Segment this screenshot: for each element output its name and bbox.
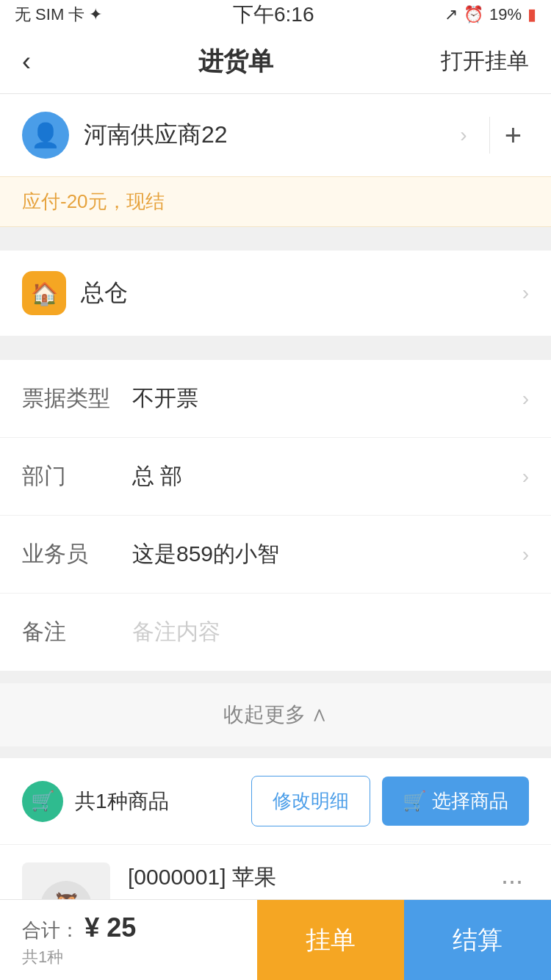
salesperson-label: 业务员: [22, 539, 118, 569]
spacer3: [0, 746, 551, 758]
product-more-button[interactable]: ···: [495, 862, 529, 899]
total-sub: 共1种: [22, 946, 235, 968]
battery-icon: ▮: [527, 5, 536, 24]
salesperson-row[interactable]: 业务员 这是859的小智 ›: [0, 516, 551, 594]
supplier-divider: [489, 117, 490, 154]
sim-status: 无 SIM 卡 ✦: [15, 4, 102, 26]
supplier-card: 👤 河南供应商22 › + 应付-20元，现结: [0, 94, 551, 227]
spacer2: [0, 348, 551, 360]
home-icon: 🏠: [31, 281, 58, 306]
open-hang-button[interactable]: 打开挂单: [441, 46, 529, 76]
warehouse-card: 🏠 总仓 ›: [0, 251, 551, 336]
product-count: 共1种商品: [75, 788, 251, 815]
collapse-text: 收起更多 ∧: [223, 701, 328, 729]
bottom-bar: 合计： ¥ 25 共1种 挂单 结算: [0, 899, 551, 980]
department-value: 总 部: [132, 461, 522, 491]
warehouse-chevron-icon: ›: [522, 281, 529, 305]
warehouse-name: 总仓: [81, 277, 522, 309]
product-section-icon: 🛒: [22, 781, 63, 822]
nav-bar: ‹ 进货单 打开挂单: [0, 29, 551, 94]
alarm-icon: ⏰: [464, 5, 483, 24]
ticket-type-value: 不开票: [132, 383, 522, 414]
back-button[interactable]: ‹: [22, 46, 31, 77]
remark-input[interactable]: 备注内容: [132, 617, 529, 647]
warehouse-icon: 🏠: [22, 271, 66, 315]
form-card: 票据类型 不开票 › 部门 总 部 › 业务员 这是859的小智 › 备注 备注…: [0, 360, 551, 671]
edit-detail-button[interactable]: 修改明细: [251, 776, 370, 826]
department-row[interactable]: 部门 总 部 ›: [0, 438, 551, 516]
spacer: [0, 239, 551, 251]
location-icon: ↗: [444, 5, 458, 24]
status-bar: 无 SIM 卡 ✦ 下午6:16 ↗ ⏰ 19% ▮: [0, 0, 551, 29]
status-bar-left: 无 SIM 卡 ✦: [15, 4, 102, 26]
bottom-total: 合计： ¥ 25 共1种: [0, 912, 257, 968]
total-amount: ¥ 25: [84, 912, 136, 943]
product-name: [0000001] 苹果: [128, 862, 495, 893]
select-cart-icon: 🛒: [403, 790, 426, 813]
select-product-button[interactable]: 🛒 选择商品: [382, 777, 529, 826]
department-label: 部门: [22, 461, 118, 491]
status-bar-time: 下午6:16: [233, 1, 314, 29]
supplier-name: 河南供应商22: [84, 119, 460, 151]
settle-button[interactable]: 结算: [404, 900, 551, 981]
cart-icon: 🛒: [31, 790, 54, 813]
battery-level: 19%: [489, 5, 522, 24]
department-chevron-icon: ›: [522, 465, 529, 489]
add-supplier-button[interactable]: +: [497, 119, 529, 152]
total-row: 合计： ¥ 25: [22, 912, 235, 943]
supplier-avatar: 👤: [22, 112, 69, 159]
total-label: 合计：: [22, 919, 79, 941]
supplier-row[interactable]: 👤 河南供应商22 › +: [0, 94, 551, 176]
status-bar-right: ↗ ⏰ 19% ▮: [444, 5, 536, 24]
person-icon: 👤: [31, 121, 60, 149]
salesperson-value: 这是859的小智: [132, 539, 522, 569]
supplier-chevron-icon: ›: [460, 123, 467, 147]
ticket-type-row[interactable]: 票据类型 不开票 ›: [0, 360, 551, 438]
salesperson-chevron-icon: ›: [522, 543, 529, 566]
ticket-type-chevron-icon: ›: [522, 387, 529, 411]
warehouse-row[interactable]: 🏠 总仓 ›: [0, 251, 551, 336]
notice-bar: 应付-20元，现结: [0, 176, 551, 227]
product-header: 🛒 共1种商品 修改明细 🛒 选择商品: [0, 758, 551, 845]
ticket-type-label: 票据类型: [22, 383, 118, 414]
remark-label: 备注: [22, 617, 118, 647]
remark-row[interactable]: 备注 备注内容: [0, 594, 551, 671]
page-title: 进货单: [198, 45, 273, 79]
hang-button[interactable]: 挂单: [257, 900, 404, 981]
collapse-row[interactable]: 收起更多 ∧: [0, 683, 551, 746]
